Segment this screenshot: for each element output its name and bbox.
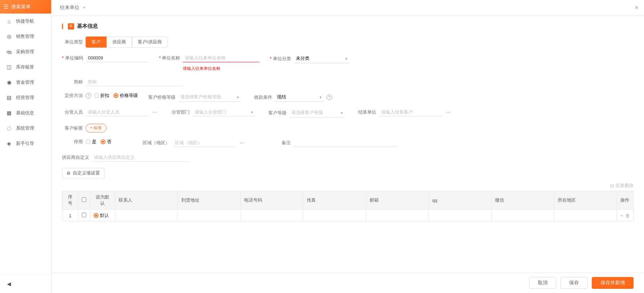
sidebar-item-label: 新手引导 <box>16 140 34 147</box>
sidebar-item-inventory[interactable]: ◫库存核算 <box>0 59 51 75</box>
disabled-yes[interactable]: 是 <box>86 139 96 145</box>
sidebar-item-guide[interactable]: ◈新手引导 <box>0 136 51 151</box>
region-row-input[interactable] <box>558 213 613 218</box>
manager-input[interactable] <box>86 108 148 116</box>
tab-bar-close[interactable]: × <box>632 3 641 13</box>
unit-category-select-wrap[interactable]: 未分类 <box>294 54 350 63</box>
row-delete-icon[interactable]: 🗑 <box>625 213 630 218</box>
tab-close-units[interactable]: × <box>83 5 85 10</box>
wechat-input[interactable] <box>495 213 550 218</box>
footer: 取消 保存 保存并新增 <box>52 272 644 293</box>
customer-price-label: 客户价格等级 <box>148 94 175 100</box>
cell-email[interactable] <box>366 210 429 222</box>
cell-qq[interactable] <box>429 210 491 222</box>
department-field: 分管部门 <box>169 108 255 116</box>
sidebar-item-operations[interactable]: ▤经营管理 <box>0 90 51 105</box>
region-input[interactable] <box>173 139 235 147</box>
row-add-icon[interactable]: + <box>620 213 623 218</box>
select-all-checkbox[interactable] <box>82 197 86 202</box>
cell-checkbox[interactable] <box>78 210 90 222</box>
row-checkbox[interactable] <box>82 213 86 217</box>
main-area: 首页往来单位×新增往来单位× × F 基本信息 单位类型 客户供应商客户/供应商… <box>52 0 644 293</box>
add-tag-button[interactable]: + 标签 <box>86 124 107 132</box>
batch-delete[interactable]: ⊟ 批量删除 <box>62 182 634 189</box>
tags-label: 客户标签 <box>62 125 83 131</box>
unit-name-input[interactable] <box>183 54 259 62</box>
tab-label-units: 往来单位 <box>60 5 79 11</box>
address-input[interactable] <box>181 213 237 218</box>
customer-price-select-wrap[interactable]: 请选择客户价格等级 <box>178 92 241 102</box>
customer-level-select-wrap[interactable]: 请选择客户等级 <box>289 108 345 117</box>
quick-nav-icon: ⌂ <box>6 18 13 25</box>
default-radio[interactable]: 默认 <box>94 212 111 219</box>
short-name-input[interactable] <box>86 78 183 86</box>
sidebar-item-label: 采购管理 <box>16 49 34 55</box>
email-input[interactable] <box>370 213 425 218</box>
department-label: 分管部门 <box>169 109 190 115</box>
sidebar-item-quick-nav[interactable]: ⌂快捷导航 <box>0 14 51 29</box>
sidebar-item-finance[interactable]: ◉资金管理 <box>0 75 51 90</box>
department-input[interactable] <box>193 108 255 116</box>
unit-code-input[interactable] <box>86 54 149 62</box>
default-radio-circle <box>94 213 99 218</box>
save-button[interactable]: 保存 <box>560 277 588 289</box>
tab-bar: 首页往来单位×新增往来单位× × <box>52 0 644 16</box>
cell-actions[interactable]: +🗑 <box>617 210 634 222</box>
sidebar-item-system[interactable]: ◌系统管理 <box>0 121 51 136</box>
sidebar-search[interactable]: ☰ 搜索菜单 <box>0 0 51 14</box>
batch-delete-label: 批量删除 <box>615 182 634 189</box>
cancel-button[interactable]: 取消 <box>529 277 556 289</box>
pricing-help-icon[interactable]: ? <box>86 93 91 98</box>
remarks-label: 备注 <box>270 140 291 146</box>
table-header: 序号设为默认联系人到货地址电话号码传真邮箱qq微信所在地区操作 <box>62 191 634 210</box>
unit-type-btn-supplier[interactable]: 供应商 <box>107 36 132 48</box>
sidebar-item-purchase[interactable]: 🛍采购管理 <box>0 44 51 59</box>
guide-icon: ◈ <box>6 140 13 147</box>
pricing-radio-level[interactable]: 价格等级 <box>113 92 138 99</box>
disabled-no[interactable]: 否 <box>101 139 111 145</box>
payment-terms-field: 收款条件 现结 ? <box>251 92 332 102</box>
sidebar-item-sales[interactable]: ◎销售管理 <box>0 29 51 44</box>
payment-terms-select-wrap[interactable]: 现结 <box>275 92 324 102</box>
custom-settings-button[interactable]: ⚙ 自定义项设置 <box>62 168 104 178</box>
contact-input[interactable] <box>119 213 174 218</box>
cell-contact[interactable] <box>115 210 178 222</box>
unit-type-btn-customer[interactable]: 客户 <box>86 36 107 48</box>
sidebar-item-expand[interactable]: ◀ <box>0 278 51 290</box>
unit-type-row: 单位类型 客户供应商客户/供应商 <box>62 36 634 48</box>
customer-level-field: 客户等级 请选择客户等级 <box>266 108 345 117</box>
inventory-icon: ◫ <box>6 64 13 71</box>
settlement-input[interactable] <box>379 108 442 116</box>
payment-terms-help-icon[interactable]: ? <box>327 95 332 100</box>
cell-default[interactable]: 默认 <box>90 210 115 222</box>
unit-type-btn-both[interactable]: 客户/供应商 <box>132 36 168 48</box>
department-select-wrap[interactable] <box>193 108 255 116</box>
save-new-button[interactable]: 保存并新增 <box>592 277 634 289</box>
supplier-custom-input[interactable] <box>92 153 189 162</box>
cell-fax[interactable] <box>303 210 366 222</box>
pricing-radio-discount[interactable]: 折扣 <box>94 92 109 99</box>
fax-input[interactable] <box>307 213 362 218</box>
cell-address[interactable] <box>178 210 241 222</box>
remarks-input[interactable] <box>293 139 398 147</box>
sidebar-item-basic-info[interactable]: ▦基础信息 <box>0 105 51 121</box>
settlement-ellipsis[interactable]: ··· <box>445 109 452 115</box>
pricing-radio-discount-circle <box>94 93 99 98</box>
cell-wechat[interactable] <box>491 210 554 222</box>
disabled-yes-circle <box>86 139 91 144</box>
system-icon: ◌ <box>6 125 13 132</box>
th-1 <box>78 191 90 210</box>
phone-input[interactable] <box>244 213 299 218</box>
sidebar-item-label: 库存核算 <box>16 64 34 70</box>
qq-input[interactable] <box>432 213 488 218</box>
customer-level-label: 客户等级 <box>266 110 286 116</box>
cell-phone[interactable] <box>241 210 303 222</box>
cell-region[interactable] <box>554 210 617 222</box>
th-5: 电话号码 <box>241 191 303 210</box>
settings-gear-icon: ⚙ <box>66 171 71 176</box>
tab-units[interactable]: 往来单位× <box>54 0 101 16</box>
manager-ellipsis[interactable]: ··· <box>151 109 158 115</box>
tab-close-new-unit[interactable]: × <box>93 21 95 26</box>
remarks-field: 备注 <box>270 139 398 147</box>
region-ellipsis[interactable]: ··· <box>238 140 245 146</box>
